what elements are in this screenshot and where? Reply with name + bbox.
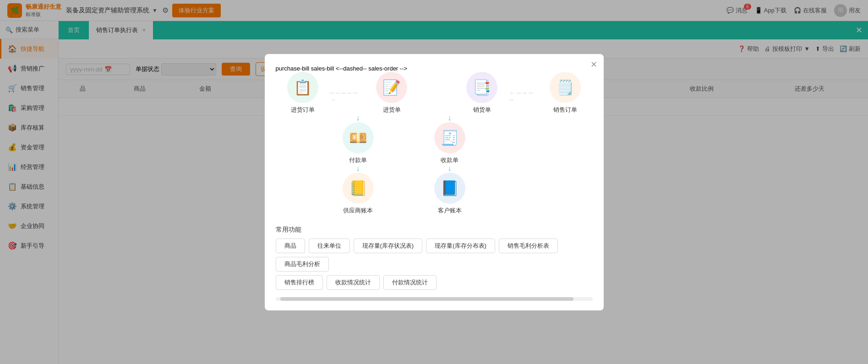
arrow-down-2: ↓ — [448, 114, 452, 122]
flow-row-2-arrows: ↓ ↓ — [331, 114, 477, 122]
customer-account-circle: 📘 — [434, 173, 465, 204]
flow-item-payment: 💴 付款单 — [331, 122, 386, 164]
spacer-2 — [386, 114, 422, 122]
common-btn-3[interactable]: 现存量(库存分布表) — [426, 239, 495, 253]
receipt-label: 收款单 — [441, 156, 459, 164]
flow-item-purchase-bill: 📝 进货单 — [365, 72, 419, 114]
modal-overlay[interactable]: ✕ purchase-bill sales-bill <--dashed-- s… — [0, 0, 868, 364]
arrow-down-3: ↓ — [356, 164, 360, 173]
modal-scrollbar-thumb — [280, 297, 573, 301]
arrow-1: ─ ─ ─ ─ ─ → — [330, 89, 365, 103]
spacer-3 — [386, 122, 422, 164]
common-btns: 商品 往来单位 现存量(库存状况表) 现存量(库存分布表) 销售毛利分析表 商品… — [276, 239, 593, 272]
flow-row-4-arrows: ↓ ↓ — [331, 164, 477, 173]
flow-row-5: 📒 供应商账本 📘 客户账本 — [331, 173, 477, 215]
supplier-account-circle: 📒 — [343, 173, 374, 204]
flow-row-1: 📋 进货订单 ─ ─ ─ ─ ─ → 📝 进货单 📑 销货单 — [276, 72, 593, 114]
purchase-order-circle: 📋 — [287, 72, 318, 103]
spacer-4 — [386, 164, 422, 173]
flow-section: purchase-bill sales-bill <--dashed-- sal… — [276, 65, 593, 215]
supplier-account-label: 供应商账本 — [343, 206, 373, 215]
arrow-down-2-wrap: ↓ — [422, 114, 477, 122]
modal-scrollbar[interactable] — [276, 297, 593, 301]
payment-label: 付款单 — [349, 156, 367, 164]
arrow-down-1: ↓ — [356, 114, 360, 122]
common-btn-7[interactable]: 收款情况统计 — [327, 275, 380, 290]
flow-row-3: 💴 付款单 🧾 收款单 — [331, 122, 477, 164]
common-btn-6[interactable]: 销售排行榜 — [276, 275, 323, 290]
common-btn-1[interactable]: 往来单位 — [309, 239, 350, 253]
common-btn-2[interactable]: 现存量(库存状况表) — [354, 239, 423, 253]
sales-order-circle: 🗒️ — [550, 72, 581, 103]
arrow-down-4-wrap: ↓ — [422, 164, 477, 173]
arrow-down-4: ↓ — [448, 164, 452, 173]
flow-item-sales-bill: 📑 销货单 — [455, 72, 509, 114]
customer-account-label: 客户账本 — [438, 206, 462, 215]
flow-item-purchase-order: 📋 进货订单 — [276, 72, 330, 114]
payment-circle: 💴 — [343, 122, 374, 153]
purchase-bill-label: 进货单 — [383, 106, 401, 114]
flow-item-receipt: 🧾 收款单 — [422, 122, 477, 164]
arrow-down-3-wrap: ↓ — [331, 164, 386, 173]
common-btn-4[interactable]: 销售毛利分析表 — [499, 239, 558, 253]
sales-bill-circle: 📑 — [466, 72, 497, 103]
modal-close-btn[interactable]: ✕ — [590, 60, 597, 70]
purchase-order-label: 进货订单 — [291, 106, 315, 114]
flow-item-customer-account: 📘 客户账本 — [422, 173, 477, 215]
common-functions-title: 常用功能 — [276, 226, 593, 234]
flow-item-supplier-account: 📒 供应商账本 — [331, 173, 386, 215]
common-btns-row2: 销售排行榜 收款情况统计 付款情况统计 — [276, 275, 593, 290]
sales-order-label: 销售订单 — [553, 106, 577, 114]
flow-item-sales-order: 🗒️ 销售订单 — [538, 72, 592, 114]
sales-bill-label: 销货单 — [473, 106, 491, 114]
common-btn-5[interactable]: 商品毛利分析 — [276, 257, 329, 272]
common-btn-0[interactable]: 商品 — [276, 239, 305, 253]
common-btn-8[interactable]: 付款情况统计 — [383, 275, 437, 290]
receipt-circle: 🧾 — [434, 122, 465, 153]
arrow-down-1-wrap: ↓ — [331, 114, 386, 122]
common-section: 常用功能 商品 往来单位 现存量(库存状况表) 现存量(库存分布表) 销售毛利分… — [276, 226, 593, 290]
arrow-2: ← ─ ─ ─ ─ — [509, 89, 538, 103]
purchase-bill-circle: 📝 — [376, 72, 407, 103]
modal: ✕ purchase-bill sales-bill <--dashed-- s… — [265, 54, 604, 310]
spacer-5 — [386, 173, 422, 215]
